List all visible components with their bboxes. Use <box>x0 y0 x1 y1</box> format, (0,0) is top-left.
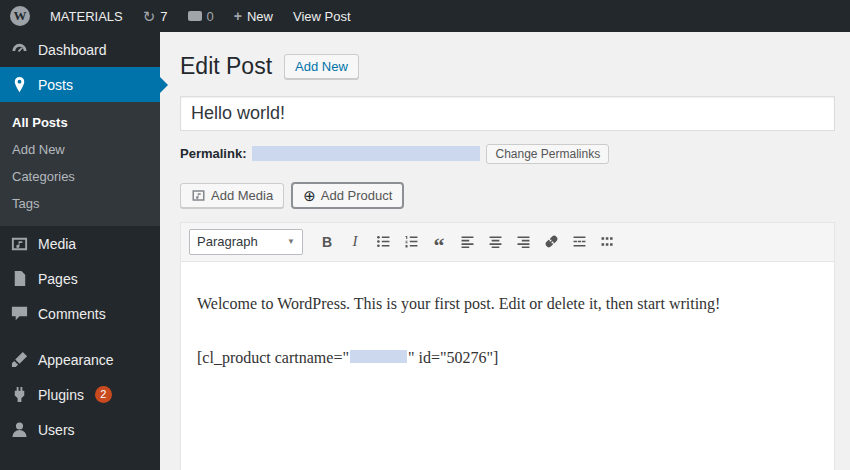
dashboard-icon <box>10 40 29 59</box>
submenu-item-categories[interactable]: Categories <box>0 163 160 190</box>
read-more-tag-button[interactable] <box>566 230 592 254</box>
sidebar-item-posts[interactable]: Posts <box>0 67 160 102</box>
sidebar-item-appearance[interactable]: Appearance <box>0 342 160 377</box>
editor-shortcode-line: [cl_product cartname="" id="50276"] <box>197 346 818 370</box>
add-product-label: Add Product <box>321 188 393 203</box>
sidebar-item-label: Dashboard <box>38 42 107 58</box>
updates-count: 7 <box>160 9 167 24</box>
submenu-item-tags[interactable]: Tags <box>0 190 160 217</box>
post-editor: Paragraph ▼ B I “ <box>180 222 835 470</box>
permalink-row: Permalink: Change Permalinks <box>180 143 835 165</box>
comments-icon <box>188 11 202 21</box>
new-content-menu[interactable]: + New <box>224 0 283 32</box>
sidebar-item-label: Comments <box>38 306 106 322</box>
sidebar-item-pages[interactable]: Pages <box>0 261 160 296</box>
view-post-label: View Post <box>293 9 351 24</box>
format-dropdown[interactable]: Paragraph ▼ <box>189 229 303 255</box>
users-icon <box>10 420 29 439</box>
site-name-menu[interactable]: MATERIALS <box>40 0 133 32</box>
media-buttons-row: Add Media ⊕ Add Product <box>180 183 835 208</box>
page-header: Edit Post Add New <box>180 52 835 82</box>
sidebar-item-label: Users <box>38 422 75 438</box>
admin-bar: W MATERIALS ↻ 7 0 + New View Post <box>0 0 850 32</box>
wordpress-logo-menu[interactable]: W <box>0 0 40 32</box>
comments-count: 0 <box>207 9 214 24</box>
sidebar-item-label: Appearance <box>38 352 114 368</box>
plus-icon: + <box>234 9 242 23</box>
change-permalinks-button[interactable]: Change Permalinks <box>486 144 609 164</box>
site-name: MATERIALS <box>50 9 123 24</box>
sidebar-item-label: Media <box>38 236 76 252</box>
add-media-icon <box>191 188 206 203</box>
posts-icon <box>10 75 29 94</box>
plugins-update-badge: 2 <box>95 386 112 403</box>
italic-button[interactable]: I <box>342 230 368 254</box>
add-new-button[interactable]: Add New <box>284 54 359 79</box>
sidebar-item-dashboard[interactable]: Dashboard <box>0 32 160 67</box>
bulleted-list-button[interactable] <box>370 230 396 254</box>
bold-button[interactable]: B <box>314 230 340 254</box>
chevron-down-icon: ▼ <box>287 237 295 246</box>
permalink-url-highlighted[interactable] <box>252 146 480 161</box>
post-title-input[interactable] <box>180 96 835 131</box>
edit-post-screen: Edit Post Add New Permalink: Change Perm… <box>160 32 850 470</box>
shortcode-value-highlighted <box>350 350 407 363</box>
posts-submenu: All Posts Add New Categories Tags <box>0 102 160 226</box>
circle-plus-icon: ⊕ <box>303 188 316 203</box>
comments-icon <box>10 304 29 323</box>
page-title: Edit Post <box>180 52 272 82</box>
submenu-item-all-posts[interactable]: All Posts <box>0 109 160 136</box>
sidebar-item-label: Posts <box>38 77 73 93</box>
submenu-item-add-new[interactable]: Add New <box>0 136 160 163</box>
add-media-label: Add Media <box>211 188 273 203</box>
comments-menu[interactable]: 0 <box>178 0 224 32</box>
insert-link-button[interactable] <box>538 230 564 254</box>
sidebar-item-users[interactable]: Users <box>0 412 160 447</box>
add-product-button[interactable]: ⊕ Add Product <box>292 183 403 208</box>
editor-paragraph: Welcome to WordPress. This is your first… <box>197 292 818 316</box>
format-dropdown-label: Paragraph <box>197 234 258 249</box>
add-media-button[interactable]: Add Media <box>180 183 284 208</box>
sidebar-item-label: Pages <box>38 271 78 287</box>
admin-sidebar: Dashboard Posts All Posts Add New Catego… <box>0 32 160 470</box>
sidebar-item-plugins[interactable]: Plugins 2 <box>0 377 160 412</box>
media-icon <box>10 234 29 253</box>
editor-content-area[interactable]: Welcome to WordPress. This is your first… <box>181 262 834 470</box>
menu-separator <box>0 331 160 342</box>
permalink-label: Permalink: <box>180 146 246 161</box>
sidebar-item-label: Plugins <box>38 387 84 403</box>
sidebar-item-media[interactable]: Media <box>0 226 160 261</box>
updates-menu[interactable]: ↻ 7 <box>133 0 178 32</box>
wordpress-logo-icon: W <box>10 6 30 26</box>
shortcode-suffix: " id="50276"] <box>408 349 498 366</box>
pages-icon <box>10 269 29 288</box>
plugins-icon <box>10 385 29 404</box>
view-post-menu[interactable]: View Post <box>283 0 361 32</box>
editor-toolbar: Paragraph ▼ B I “ <box>181 223 834 262</box>
shortcode-prefix: [cl_product cartname=" <box>197 349 349 366</box>
blockquote-button[interactable]: “ <box>426 230 452 254</box>
align-center-button[interactable] <box>482 230 508 254</box>
updates-icon: ↻ <box>143 9 156 24</box>
align-right-button[interactable] <box>510 230 536 254</box>
numbered-list-button[interactable] <box>398 230 424 254</box>
align-left-button[interactable] <box>454 230 480 254</box>
sidebar-item-comments[interactable]: Comments <box>0 296 160 331</box>
toolbar-toggle-button[interactable] <box>594 230 620 254</box>
new-label: New <box>247 9 273 24</box>
appearance-icon <box>10 350 29 369</box>
